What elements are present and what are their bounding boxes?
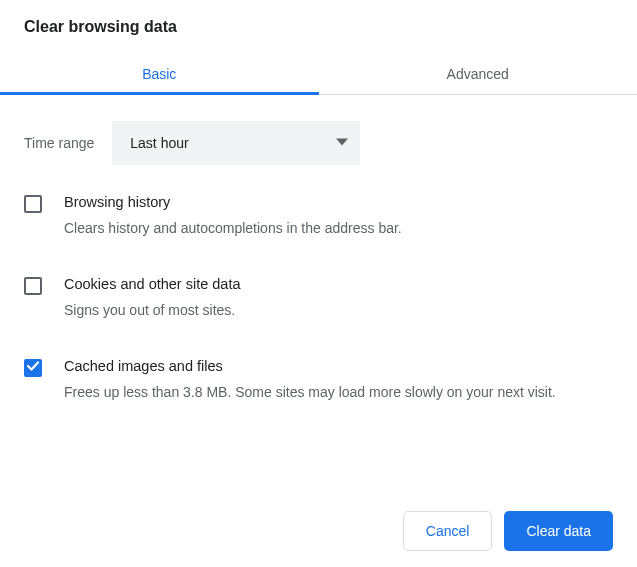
time-range-select[interactable]: Last hour (112, 121, 360, 165)
dialog-title: Clear browsing data (24, 18, 613, 36)
option-cache: Cached images and files Frees up less th… (24, 357, 613, 403)
tab-advanced[interactable]: Advanced (319, 56, 638, 94)
time-range-value: Last hour (130, 135, 188, 151)
option-browsing-history: Browsing history Clears history and auto… (24, 193, 613, 239)
clear-options-list: Browsing history Clears history and auto… (24, 193, 613, 403)
option-cache-title: Cached images and files (64, 357, 556, 376)
cancel-button[interactable]: Cancel (403, 511, 493, 551)
chevron-down-icon (336, 135, 348, 151)
tab-basic[interactable]: Basic (0, 56, 319, 94)
option-cache-desc: Frees up less than 3.8 MB. Some sites ma… (64, 382, 556, 403)
clear-browsing-data-dialog: Clear browsing data Basic Advanced Time … (0, 0, 637, 567)
option-cookies-title: Cookies and other site data (64, 275, 241, 294)
option-browsing-history-checkbox[interactable] (24, 195, 42, 213)
checkmark-icon (26, 359, 40, 377)
option-cookies-checkbox[interactable] (24, 277, 42, 295)
clear-data-button[interactable]: Clear data (504, 511, 613, 551)
dialog-tabs: Basic Advanced (0, 56, 637, 95)
dialog-button-row: Cancel Clear data (24, 511, 613, 551)
time-range-row: Time range Last hour (24, 121, 613, 165)
option-browsing-history-title: Browsing history (64, 193, 402, 212)
time-range-label: Time range (24, 135, 94, 151)
option-browsing-history-desc: Clears history and autocompletions in th… (64, 218, 402, 239)
option-cookies-desc: Signs you out of most sites. (64, 300, 241, 321)
option-cache-checkbox[interactable] (24, 359, 42, 377)
option-cookies: Cookies and other site data Signs you ou… (24, 275, 613, 321)
